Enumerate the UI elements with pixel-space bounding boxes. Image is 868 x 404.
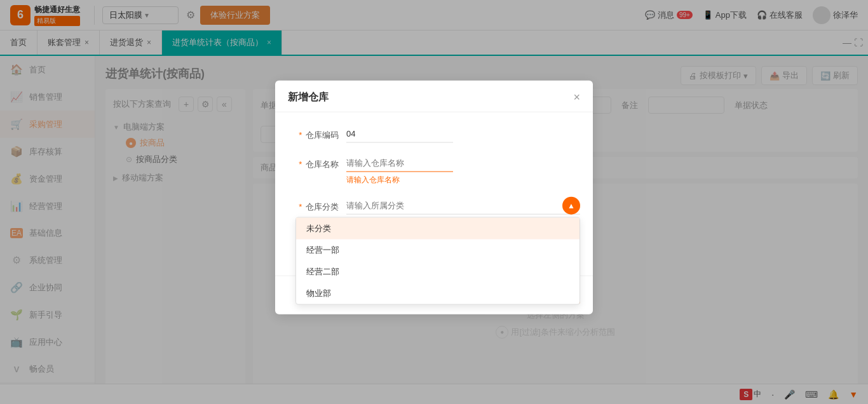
- dropdown-option-dept2[interactable]: 经营二部: [296, 261, 580, 283]
- dropdown-option-dept3[interactable]: 物业部: [296, 283, 580, 304]
- form-row-category: * 仓库分类 ▲ 未分类 经营一部 经营二部 物业部: [288, 197, 580, 215]
- modal-header: 新增仓库 ×: [275, 81, 593, 112]
- modal-close-button[interactable]: ×: [573, 91, 580, 104]
- category-input[interactable]: [346, 197, 580, 215]
- category-dropdown-toggle[interactable]: ▲: [562, 197, 580, 215]
- category-dropdown-list: 未分类 经营一部 经营二部 物业部: [295, 217, 580, 305]
- dropdown-option-unclassified[interactable]: 未分类: [296, 218, 580, 239]
- modal-body: * 仓库编码 * 仓库名称 请输入仓库名称 * 仓库分类: [275, 112, 593, 276]
- category-label: * 仓库分类: [288, 197, 339, 213]
- name-label: * 仓库名称: [288, 154, 339, 170]
- code-label: * 仓库编码: [288, 125, 339, 141]
- name-error-message: 请输入仓库名称: [346, 175, 580, 185]
- add-warehouse-modal: 新增仓库 × * 仓库编码 * 仓库名称 请输入仓库名称: [275, 81, 593, 314]
- name-input[interactable]: [346, 154, 453, 172]
- code-input[interactable]: [346, 125, 453, 143]
- modal-title: 新增仓库: [288, 91, 329, 104]
- category-dropdown-wrap: ▲ 未分类 经营一部 经营二部 物业部: [346, 197, 580, 215]
- form-row-code: * 仓库编码: [288, 125, 580, 143]
- form-row-name: * 仓库名称 请输入仓库名称: [288, 154, 580, 185]
- dropdown-option-dept1[interactable]: 经营一部: [296, 239, 580, 261]
